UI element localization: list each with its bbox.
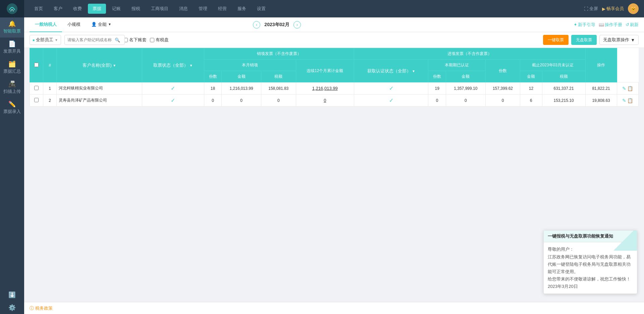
doc-icon[interactable]: 📋 xyxy=(627,98,633,103)
nav-home[interactable]: 首页 xyxy=(30,4,48,14)
manual-btn[interactable]: 📖 操作手册 xyxy=(599,22,622,28)
sidebar-item-smart-fetch[interactable]: 🔔 智能取票 xyxy=(0,17,24,38)
doc-icon[interactable]: 📋 xyxy=(627,86,633,91)
table-row: 2 灵寿县尚泽矿产品有限公司 ✓ 0 0 0 0 ✓ 0 0 0 6 153,2… xyxy=(30,95,639,107)
th-purchase-invoice: 进项发票（不含作废票） xyxy=(354,48,586,60)
row-checkbox[interactable] xyxy=(30,95,43,107)
nav-message[interactable]: 消息 xyxy=(174,4,193,14)
scan-icon: 📠 xyxy=(8,81,16,87)
tax-policy-link[interactable]: ⓘ 税务政策 xyxy=(30,305,53,311)
th-cert-status: 获取认证状态（全部） ▼ xyxy=(354,60,428,82)
gear-icon: ⚙️ xyxy=(8,305,16,311)
nav-billing[interactable]: 收费 xyxy=(68,4,87,14)
sidebar-logo xyxy=(0,0,24,17)
nav-business[interactable]: 工商项目 xyxy=(146,4,173,14)
row-sales-tax: 0 xyxy=(261,95,296,107)
row-sales-12month: 0 xyxy=(296,95,354,107)
no-disk-fetch-btn[interactable]: 无盘取票 xyxy=(571,35,597,45)
sidebar-item-settings[interactable]: ⚙️ xyxy=(8,301,16,314)
sidebar-item-label: 扫描上传 xyxy=(3,88,21,95)
period-navigation: ‹ 2023年02月 › xyxy=(253,21,301,28)
row-sales-12month: 1,216,013.99 xyxy=(296,82,354,95)
prev-period-btn[interactable]: ‹ xyxy=(253,21,260,28)
sidebar-item-scan-upload[interactable]: 📠 扫描上传 xyxy=(0,78,24,98)
search-button[interactable]: 🔍 xyxy=(115,38,120,43)
toolbar: ■ 全部员工 ▼ 🔍 名下账套 有税盘 一键取票 无盘取票 无盘取票操作 xyxy=(24,32,644,48)
nav-bookkeeping[interactable]: 记账 xyxy=(107,4,125,14)
user-avatar[interactable]: 🐱 xyxy=(628,3,639,14)
filter-icon[interactable]: ▼ xyxy=(190,64,193,67)
row-fetch-status: ✓ xyxy=(142,82,204,95)
notification-close-btn[interactable]: ✕ xyxy=(629,234,633,239)
row-cert-status: ✓ xyxy=(354,95,428,107)
nav-operation[interactable]: 经营 xyxy=(213,4,231,14)
select-all-checkbox[interactable] xyxy=(34,63,39,67)
th-uncert-count: 份数 xyxy=(485,60,520,82)
fullscreen-btn[interactable]: ⛶ 全屏 xyxy=(584,6,598,12)
manual-icon: 📖 xyxy=(599,22,604,27)
row-num: 2 xyxy=(43,95,57,107)
edit-icon[interactable]: ✎ xyxy=(622,98,626,103)
nav-management[interactable]: 管理 xyxy=(194,4,212,14)
notification-popup: 一键报税与无盘取票功能恢复通知 ✕ 尊敬的用户：江苏政务网已恢复访问电子税务局功… xyxy=(543,230,637,294)
th-sales-tax: 税额 xyxy=(261,71,296,82)
refresh-btn[interactable]: ↺ 刷新 xyxy=(626,22,639,28)
row-fetch-status: ✓ xyxy=(142,95,204,107)
bottom-bar: ⓘ 税务政策 xyxy=(24,302,644,314)
notification-title: 一键报税与无盘取票功能恢复通知 xyxy=(548,233,613,239)
th-this-period-cert: 本期期已认证 xyxy=(428,60,485,71)
nav-customer[interactable]: 客户 xyxy=(49,4,67,14)
row-purchase-tax: 0 xyxy=(485,95,520,107)
one-click-fetch-btn[interactable]: 一键取票 xyxy=(543,35,569,45)
row-checkbox[interactable] xyxy=(30,82,43,95)
fullscreen-icon: ⛶ xyxy=(584,6,588,11)
tab-small-scale[interactable]: 小规模 xyxy=(62,17,86,32)
th-purchase-amount: 金额 xyxy=(446,71,485,82)
no-disk-ops-btn[interactable]: 无盘取票操作 ▼ xyxy=(599,35,639,45)
row-ops: ✎ 📋 xyxy=(617,95,638,107)
sidebar-item-invoice-open[interactable]: 📄 发票开具 xyxy=(0,38,24,58)
nav-settings[interactable]: 设置 xyxy=(252,4,270,14)
refresh-icon: ↺ xyxy=(626,22,629,27)
sidebar-item-data-entry[interactable]: ✏️ 票据录入 xyxy=(0,98,24,118)
nav-service[interactable]: 服务 xyxy=(233,4,251,14)
next-period-btn[interactable]: › xyxy=(293,21,301,28)
th-fetch-status: 取票状态（全部） ▼ xyxy=(142,48,204,82)
th-uncert-amount: 金额 xyxy=(520,71,542,82)
tab-full-icon: 👤 xyxy=(91,22,97,27)
th-ops: 操作 xyxy=(585,48,617,82)
member-btn[interactable]: ▶ 畅享会员 xyxy=(602,6,624,12)
sidebar-item-label: 票据汇总 xyxy=(3,68,21,74)
tab-full[interactable]: 👤 全能 ▼ xyxy=(86,17,117,32)
notification-line: 尊敬的用户： xyxy=(548,246,633,253)
row-purchase-tax: 157,399.62 xyxy=(485,82,520,95)
bell-icon: 🔔 xyxy=(8,21,16,27)
th-uncert-tax: 税额 xyxy=(542,71,585,82)
employee-filter[interactable]: ■ 全部员工 ▼ xyxy=(30,35,61,45)
checkbox-my-accounts[interactable]: 名下账套 xyxy=(123,37,147,43)
sidebar-item-download[interactable]: ⬇️ xyxy=(8,289,16,301)
filter-icon[interactable]: ▼ xyxy=(412,69,415,73)
tab-general-taxpayer[interactable]: 一般纳税人 xyxy=(30,17,62,32)
th-12month: 连续12个月累计金额 xyxy=(296,60,354,82)
th-sales-invoice: 销项发票（不含作废票） xyxy=(204,48,354,60)
download-icon: ⬇️ xyxy=(8,292,16,298)
guide-icon: ✦ xyxy=(574,22,577,27)
filter-icon[interactable]: ▼ xyxy=(113,64,116,67)
sidebar-item-invoice-summary[interactable]: 🗂️ 票据汇总 xyxy=(0,58,24,78)
entry-icon: ✏️ xyxy=(8,101,16,107)
row-num: 1 xyxy=(43,82,57,95)
new-guide-btn[interactable]: ✦ 新手引导 xyxy=(574,22,595,28)
edit-icon[interactable]: ✎ xyxy=(622,86,626,91)
checkbox-has-taxdisk-input[interactable] xyxy=(150,38,154,42)
checkbox-has-taxdisk[interactable]: 有税盘 xyxy=(150,37,169,43)
row-sales-count: 18 xyxy=(204,82,221,95)
nav-invoice[interactable]: 票据 xyxy=(88,4,106,14)
topnav-right-area: ⛶ 全屏 ▶ 畅享会员 🐱 xyxy=(584,3,639,14)
nav-tax[interactable]: 报税 xyxy=(127,4,145,14)
sidebar-item-label: 发票开具 xyxy=(3,48,21,54)
invoice-open-icon: 📄 xyxy=(8,41,16,47)
row-sales-amount: 0 xyxy=(222,95,261,107)
row-customer-name: 灵寿县尚泽矿产品有限公司 xyxy=(57,95,142,107)
row-purchase-count: 0 xyxy=(428,95,446,107)
